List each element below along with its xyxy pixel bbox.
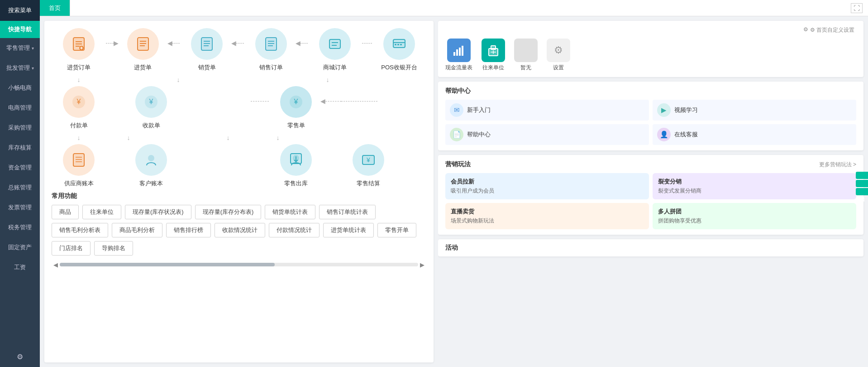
func-btn-进货单统计表[interactable]: 进货单统计表 <box>323 223 374 237</box>
retail-settle-label: 零售结算 <box>357 179 380 188</box>
func-btn-导购排名[interactable]: 导购排名 <box>94 241 133 256</box>
flow-node-sale-order[interactable]: 销售订单 <box>244 28 298 72</box>
help-icon-service: 👤 <box>657 128 671 141</box>
marketing-more-link[interactable]: 更多营销玩法 > <box>819 161 856 169</box>
homepage-settings-label: ⚙ 首页自定义设置 <box>810 26 854 34</box>
help-center-panel: 帮助中心 ✉新手入门▶视频学习📄帮助中心👤在线客服 <box>438 82 863 150</box>
customer-ledger-icon <box>135 144 167 176</box>
sidebar-item-label: 批发管理 <box>6 64 30 72</box>
mkt-card-sub-member: 吸引用户成为会员 <box>451 187 644 195</box>
sidebar-item-tax[interactable]: 税务管理 <box>0 217 40 237</box>
horizontal-scrollbar[interactable]: ◀ ▶ <box>52 260 426 269</box>
scroll-thumb[interactable] <box>60 263 275 266</box>
qa-icon-none: 暂无 <box>514 39 538 72</box>
sidebar-item-label: 小畅电商 <box>8 84 32 92</box>
func-btn-商品[interactable]: 商品 <box>52 205 79 219</box>
mkt-card-split[interactable]: 裂变分销裂变式发展分销商 <box>653 173 856 199</box>
help-item-service[interactable]: 👤在线客服 <box>653 124 856 145</box>
help-item-help[interactable]: 📄帮助中心 <box>445 124 649 145</box>
sidebar-item-ecommerce[interactable]: 电商管理 <box>0 98 40 118</box>
none-label: 暂无 <box>520 64 531 72</box>
purchase-bill-label: 进货单 <box>134 63 152 72</box>
sidebar-item-salary[interactable]: 工资 <box>0 257 40 277</box>
flow-node-receipt[interactable]: ¥ 收款单 <box>124 86 178 130</box>
help-icon-help: 📄 <box>450 128 463 141</box>
help-item-beginner[interactable]: ✉新手入门 <box>445 100 649 121</box>
customer-service-button[interactable]: 客服热线 <box>856 172 868 179</box>
scroll-track[interactable] <box>60 263 418 266</box>
func-btn-往来单位[interactable]: 往来单位 <box>82 205 121 219</box>
help-item-video[interactable]: ▶视频学习 <box>653 100 856 121</box>
func-btn-收款情况统计[interactable]: 收款情况统计 <box>215 223 265 237</box>
func-buttons-grid: 商品往来单位现存量(库存状况表)现存量(库存分布表)销货单统计表销售订单统计表销… <box>52 205 426 256</box>
settings-icon-box: ⚙ <box>547 39 570 62</box>
func-btn-销售订单统计表[interactable]: 销售订单统计表 <box>319 205 376 219</box>
payment-icon: ¥ <box>63 86 95 118</box>
mkt-card-sub-split: 裂变式发展分销商 <box>658 187 851 195</box>
homepage-settings-link[interactable]: ⚙ ⚙ 首页自定义设置 <box>445 26 856 34</box>
retail-out-icon <box>280 144 312 176</box>
mall-order-icon <box>319 28 351 60</box>
scroll-right-arrow[interactable]: ▶ <box>418 261 426 268</box>
retail-out-label: 零售出库 <box>284 179 308 188</box>
sidebar-item-wholesale[interactable]: 批发管理 ▾ <box>0 58 40 78</box>
flow-node-sale-bill[interactable]: 销货单 <box>180 28 234 72</box>
tab-home[interactable]: 首页 <box>40 0 70 16</box>
func-btn-商品毛利分析[interactable]: 商品毛利分析 <box>112 223 162 237</box>
desktop-shortcut-button[interactable]: 桌面快捷 <box>856 188 868 195</box>
flow-node-retail-out[interactable]: 零售出库 <box>269 144 323 188</box>
qa-icon-settings[interactable]: ⚙ 设置 <box>547 39 570 72</box>
sidebar-item-invoice[interactable]: 发票管理 <box>0 198 40 217</box>
sidebar-item-xiaochang[interactable]: 小畅电商 <box>0 78 40 98</box>
qa-icon-cashflow[interactable]: 现金流量表 <box>445 39 472 72</box>
sidebar-item-ledger[interactable]: 总账管理 <box>0 178 40 198</box>
flow-node-retail-bill[interactable]: ¥ 零售单 <box>269 86 323 130</box>
sidebar-settings-button[interactable]: ⚙ <box>0 347 40 367</box>
scroll-left-arrow[interactable]: ◀ <box>52 261 60 268</box>
flow-node-mall-order[interactable]: 商城订单 <box>308 28 362 72</box>
func-btn-销货单统计表[interactable]: 销货单统计表 <box>265 205 315 219</box>
fullscreen-button[interactable]: ⛶ <box>851 3 863 13</box>
sidebar-item-label: 发票管理 <box>8 203 32 212</box>
sidebar-item-finance[interactable]: 资金管理 <box>0 158 40 178</box>
func-btn-销售毛利分析表[interactable]: 销售毛利分析表 <box>52 223 108 237</box>
purchase-bill-icon <box>127 28 159 60</box>
mkt-card-sub-group: 拼团购物享受优惠 <box>658 217 851 225</box>
mkt-card-title-member: 会员拉新 <box>451 178 644 186</box>
mkt-card-group[interactable]: 多人拼团拼团购物享受优惠 <box>653 203 856 229</box>
community-button[interactable]: 服务社区 <box>856 180 868 187</box>
svg-rect-55 <box>462 46 463 56</box>
quick-access-panel: ⚙ ⚙ 首页自定义设置 现金流量表 往来单位 <box>438 21 863 77</box>
flow-node-pos[interactable]: POS收银开台 <box>372 28 426 72</box>
sidebar-item-inventory[interactable]: 库存核算 <box>0 138 40 158</box>
sidebar-item-label: 库存核算 <box>8 144 32 152</box>
func-btn-现存量(库存状况表)[interactable]: 现存量(库存状况表) <box>125 205 191 219</box>
flow-node-payment[interactable]: ¥ 付款单 <box>52 86 106 130</box>
customer-ledger-label: 客户账本 <box>139 179 163 188</box>
pos-icon <box>383 28 415 60</box>
mkt-card-live[interactable]: 直播卖货场景式购物新玩法 <box>445 203 649 229</box>
func-btn-付款情况统计[interactable]: 付款情况统计 <box>269 223 320 237</box>
sidebar-item-label: 总账管理 <box>8 184 32 192</box>
func-btn-销售排行榜[interactable]: 销售排行榜 <box>166 223 211 237</box>
flow-node-supplier-ledger[interactable]: 供应商账本 <box>52 144 106 188</box>
pos-label: POS收银开台 <box>381 63 417 72</box>
sidebar-item-purchase[interactable]: 采购管理 <box>0 118 40 138</box>
sidebar-item-assets[interactable]: 固定资产 <box>0 237 40 257</box>
common-functions-title: 常用功能 <box>52 192 426 200</box>
flow-node-purchase-bill[interactable]: 进货单 <box>116 28 170 72</box>
float-buttons: 客服热线 服务社区 桌面快捷 <box>856 172 868 195</box>
func-btn-零售开单[interactable]: 零售开单 <box>377 223 416 237</box>
svg-rect-30 <box>395 44 396 45</box>
help-label-service: 在线客服 <box>674 130 698 139</box>
flow-node-customer-ledger[interactable]: 客户账本 <box>124 144 178 188</box>
tabbar-right: ⛶ <box>851 5 868 12</box>
flow-node-retail-settle[interactable]: ¥ 零售结算 <box>341 144 396 188</box>
flow-node-purchase-order[interactable]: 进货订单 <box>52 28 106 72</box>
func-btn-现存量(库存分布表)[interactable]: 现存量(库存分布表) <box>195 205 262 219</box>
sidebar-item-retail[interactable]: 零售管理 ▾ <box>0 38 40 58</box>
qa-icon-units[interactable]: 往来单位 <box>482 39 505 72</box>
sidebar-search[interactable]: 搜索菜单 <box>0 0 40 21</box>
func-btn-门店排名[interactable]: 门店排名 <box>52 241 91 256</box>
mkt-card-member[interactable]: 会员拉新吸引用户成为会员 <box>445 173 649 199</box>
